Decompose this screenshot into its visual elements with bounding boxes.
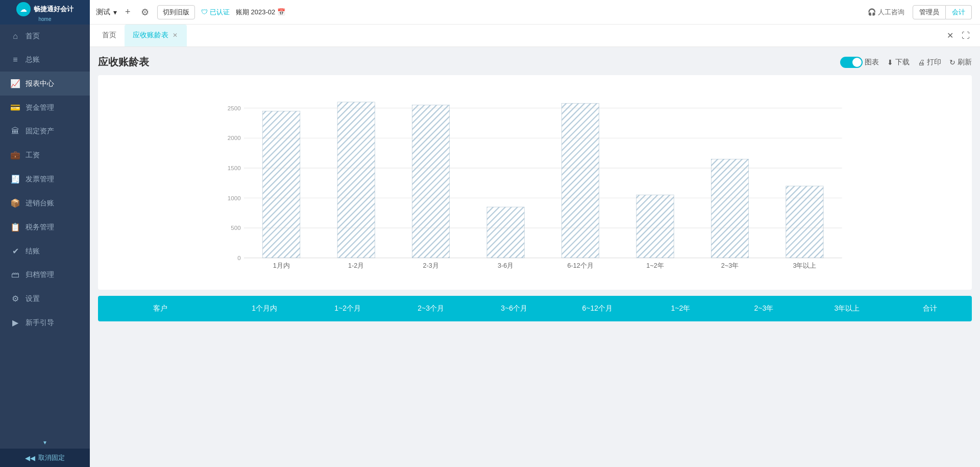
- table-col-9: 合计: [889, 296, 972, 321]
- svg-rect-31: [636, 195, 674, 258]
- manager-button[interactable]: 管理员: [913, 5, 946, 19]
- sidebar-item-report[interactable]: 📈 报表中心: [0, 72, 90, 96]
- expand-button[interactable]: ⛶: [960, 29, 972, 42]
- svg-text:1500: 1500: [228, 165, 241, 171]
- page-content: 应收账龄表 图表 ⬇ 下载 🖨 打印: [90, 47, 980, 467]
- settings-icon: ⚙: [10, 294, 20, 303]
- print-icon: 🖨: [918, 58, 925, 66]
- settings-icon[interactable]: ⚙: [139, 5, 151, 20]
- report-header: 应收账龄表 图表 ⬇ 下载 🖨 打印: [98, 55, 972, 69]
- svg-text:2500: 2500: [228, 105, 241, 111]
- sidebar-item-settle[interactable]: ✔ 结账: [0, 239, 90, 263]
- sidebar-item-invoice[interactable]: 🧾 发票管理: [0, 167, 90, 191]
- sidebar-label-ledger: 总账: [26, 55, 40, 64]
- svg-text:500: 500: [231, 224, 240, 231]
- svg-text:2~3年: 2~3年: [721, 262, 739, 269]
- sidebar-item-guide[interactable]: ▶ 新手引导: [0, 311, 90, 335]
- sidebar-item-tax[interactable]: 📋 税务管理: [0, 215, 90, 239]
- tab-aging[interactable]: 应收账龄表 ✕: [125, 25, 187, 46]
- download-icon: ⬇: [887, 58, 893, 66]
- svg-text:2000: 2000: [228, 134, 241, 141]
- company-selector[interactable]: 测试 ▾: [96, 8, 117, 17]
- chart-toggle[interactable]: 图表: [840, 57, 879, 68]
- tab-close-icon[interactable]: ✕: [172, 31, 179, 40]
- sidebar-label-salary: 工资: [26, 151, 40, 160]
- sidebar-label-asset: 固定资产: [26, 127, 54, 136]
- add-button[interactable]: +: [123, 5, 133, 19]
- unpin-button[interactable]: ◀◀ 取消固定: [0, 449, 90, 467]
- consult-button[interactable]: 🎧 人工咨询: [868, 8, 904, 17]
- unpin-icon: ◀◀: [25, 454, 35, 462]
- sidebar-item-settings[interactable]: ⚙ 设置: [0, 287, 90, 311]
- archive-icon: 🗃: [10, 270, 20, 279]
- bar-chart: 050010001500200025001月内1-2月2-3月3-6月6-12个…: [108, 85, 962, 279]
- sidebar-label-guide: 新手引导: [26, 318, 54, 328]
- sidebar-scroll-down[interactable]: ▾: [0, 436, 90, 449]
- sidebar-label-archive: 归档管理: [26, 270, 54, 279]
- salary-icon: 💼: [10, 150, 20, 160]
- invoice-icon: 🧾: [10, 174, 20, 184]
- table-col-2: 1~2个月: [306, 296, 389, 321]
- svg-text:1000: 1000: [228, 195, 241, 201]
- close-window-button[interactable]: ✕: [945, 29, 955, 42]
- table-col-5: 6~12个月: [556, 296, 639, 321]
- table-col-7: 2~3年: [722, 296, 805, 321]
- table-col-6: 1~2年: [639, 296, 722, 321]
- svg-rect-23: [337, 102, 375, 258]
- home-icon: ⌂: [10, 32, 20, 41]
- tab-home[interactable]: 首页: [94, 25, 125, 46]
- sidebar: ⌂ 首页 ≡ 总账 📈 报表中心 💳 资金管理 🏛 固定资产 💼 工资 🧾 发票…: [0, 25, 90, 467]
- purchase-icon: 📦: [10, 198, 20, 208]
- toggle-track[interactable]: [840, 57, 863, 68]
- sidebar-label-tax: 税务管理: [26, 223, 54, 232]
- logo-title: 畅捷通好会计: [34, 5, 74, 14]
- sidebar-label-home: 首页: [26, 32, 40, 41]
- sidebar-item-ledger[interactable]: ≡ 总账: [0, 48, 90, 72]
- sidebar-item-archive[interactable]: 🗃 归档管理: [0, 263, 90, 287]
- svg-rect-33: [711, 159, 748, 258]
- edition-label: home: [38, 16, 51, 22]
- sidebar-label-settings: 设置: [26, 294, 40, 303]
- calendar-icon[interactable]: 📅: [277, 8, 285, 16]
- chart-toggle-label: 图表: [865, 58, 879, 67]
- sidebar-item-asset[interactable]: 🏛 固定资产: [0, 120, 90, 143]
- sidebar-label-settle: 结账: [26, 247, 40, 256]
- svg-text:2-3月: 2-3月: [423, 262, 438, 269]
- table-col-3: 2~3个月: [389, 296, 473, 321]
- svg-text:0: 0: [237, 254, 240, 261]
- download-button[interactable]: ⬇ 下载: [887, 58, 910, 67]
- svg-rect-25: [412, 105, 450, 258]
- sidebar-item-purchase[interactable]: 📦 进销台账: [0, 191, 90, 215]
- report-title: 应收账龄表: [98, 55, 149, 69]
- sidebar-item-salary[interactable]: 💼 工资: [0, 143, 90, 167]
- accountant-button[interactable]: 会计: [946, 5, 972, 19]
- toggle-thumb: [852, 58, 862, 67]
- print-button[interactable]: 🖨 打印: [918, 58, 941, 67]
- table-col-0: 客户: [98, 296, 223, 321]
- switch-version-button[interactable]: 切到旧版: [157, 5, 195, 19]
- svg-rect-21: [263, 111, 300, 258]
- svg-text:1月内: 1月内: [273, 262, 290, 269]
- ledger-icon: ≡: [10, 55, 20, 64]
- main-layout: ⌂ 首页 ≡ 总账 📈 报表中心 💳 资金管理 🏛 固定资产 💼 工资 🧾 发票…: [0, 25, 980, 467]
- chart-container: 050010001500200025001月内1-2月2-3月3-6月6-12个…: [98, 75, 972, 290]
- refresh-icon: ↻: [949, 58, 955, 66]
- svg-text:6-12个月: 6-12个月: [567, 262, 593, 269]
- svg-text:3年以上: 3年以上: [793, 262, 816, 269]
- guide-icon: ▶: [10, 318, 20, 328]
- svg-rect-29: [561, 103, 599, 258]
- refresh-button[interactable]: ↻ 刷新: [949, 58, 972, 67]
- dropdown-icon: ▾: [113, 8, 117, 16]
- tax-icon: 📋: [10, 222, 20, 232]
- sidebar-item-fund[interactable]: 💳 资金管理: [0, 96, 90, 120]
- svg-text:1-2月: 1-2月: [348, 262, 364, 269]
- settle-icon: ✔: [10, 246, 20, 256]
- user-buttons: 管理员 会计: [913, 5, 972, 19]
- tab-right-controls: ✕ ⛶: [941, 25, 976, 46]
- asset-icon: 🏛: [10, 127, 20, 136]
- table-col-1: 1个月内: [223, 296, 306, 321]
- report-icon: 📈: [10, 79, 20, 88]
- sidebar-item-home[interactable]: ⌂ 首页: [0, 25, 90, 48]
- report-actions: 图表 ⬇ 下载 🖨 打印 ↻ 刷新: [840, 57, 972, 68]
- headset-icon: 🎧: [868, 8, 876, 16]
